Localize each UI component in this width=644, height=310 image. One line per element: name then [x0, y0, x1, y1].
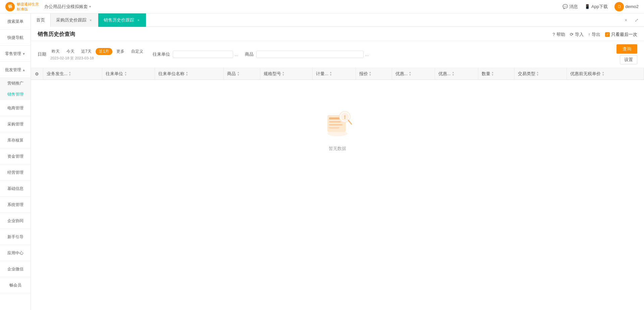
user-menu[interactable]: D demo2 — [614, 2, 639, 11]
app-download-icon: 📱 — [585, 4, 590, 9]
table-header-gear[interactable]: ⚙ — [31, 68, 43, 80]
avatar: D — [614, 2, 624, 11]
sidebar-item-operations-mgmt[interactable]: 经营管理 — [0, 164, 31, 180]
help-icon: ? — [552, 32, 555, 37]
help-link[interactable]: ? 帮助 — [552, 32, 565, 38]
sidebar-item-system-mgmt[interactable]: 系统管理 — [0, 197, 31, 213]
sidebar-item-operations-mgmt-label: 经营管理 — [7, 170, 23, 175]
sidebar-item-sales-mgmt[interactable]: 销售管理 — [0, 89, 31, 100]
sidebar-item-quick-nav-label: 快捷导航 — [7, 35, 23, 41]
sidebar-item-app-center-label: 应用中心 — [7, 250, 23, 256]
table-header-pretax-price[interactable]: 优惠前无税单价 ▲▼ — [567, 68, 644, 80]
sidebar-item-inventory[interactable]: 库存核算 — [0, 132, 31, 148]
logo-text: 畅捷通好生意 标准版 — [17, 2, 39, 11]
tab-sales-history[interactable]: 销售历史价跟踪 × — [98, 13, 146, 27]
sidebar-item-purchase-mgmt-label: 采购管理 — [7, 121, 23, 127]
sidebar-item-marketing[interactable]: 营销推广 — [0, 78, 31, 89]
message-btn[interactable]: 💬 消息 — [562, 4, 578, 10]
table-header-discount1[interactable]: 优惠... ▲▼ — [392, 68, 435, 80]
svg-point-9 — [344, 115, 345, 117]
date-tab-last1month[interactable]: 近1月 — [96, 48, 113, 55]
sort-arrows-spec: ▲▼ — [282, 71, 285, 76]
tab-sales-history-close[interactable]: × — [136, 18, 140, 22]
goods-filter-label: 商品 — [245, 51, 254, 57]
tab-bar: 首页 采购历史价跟踪 × 销售历史价跟踪 × × ⤢ — [31, 13, 644, 27]
sidebar-item-basic-info[interactable]: 基础信息 — [0, 180, 31, 197]
sidebar-item-new-user-guide[interactable]: 新手引导 — [0, 229, 31, 245]
sidebar-item-member-club[interactable]: 畅会员 — [0, 277, 31, 293]
sidebar-item-finance-mgmt[interactable]: 资金管理 — [0, 148, 31, 164]
sort-arrows-biz-date: ▲▼ — [68, 71, 71, 76]
sort-arrows-partner-code: ▲▼ — [124, 71, 127, 76]
table-header-quote[interactable]: 报价 ▲▼ — [356, 68, 392, 80]
sidebar-item-enterprise-collab[interactable]: 企业协同 — [0, 213, 31, 229]
sidebar-item-new-user-guide-label: 新手引导 — [7, 234, 23, 240]
sidebar-item-search-menu[interactable]: 搜索菜单 — [0, 13, 31, 30]
table-header-goods[interactable]: 商品 ▲▼ — [224, 68, 260, 80]
date-tab-last7days[interactable]: 近7天 — [78, 48, 94, 55]
date-tab-today[interactable]: 今天 — [64, 48, 77, 55]
table-header-qty[interactable]: 数量 ▲▼ — [478, 68, 514, 80]
export-link[interactable]: ↑ 导出 — [588, 32, 601, 38]
logo-icon: 畅 — [5, 2, 15, 11]
settings-button[interactable]: 设置 — [620, 55, 637, 64]
table-header-unit[interactable]: 计量... ▲▼ — [313, 68, 356, 80]
filter-bar: 日期 昨天 今天 近7天 近1月 更多 自定义 2023-02-18 至 202… — [31, 41, 644, 68]
query-btn-group: 查询 设置 — [616, 44, 637, 64]
sidebar-item-ecom-mgmt[interactable]: 电商管理 — [0, 100, 31, 116]
empty-text: 暂无数据 — [329, 146, 346, 152]
company-selector[interactable]: 办公用品行业模拟账套 ▾ — [42, 2, 94, 11]
message-icon: 💬 — [562, 4, 568, 9]
sidebar-item-retail-mgmt[interactable]: 零售管理 ▼ — [0, 46, 31, 62]
export-label: 导出 — [592, 32, 600, 38]
date-tabs: 昨天 今天 近7天 近1月 更多 自定义 — [49, 48, 146, 55]
sort-arrows-pretax-price: ▲▼ — [602, 71, 604, 76]
app-download-btn[interactable]: 📱 App下载 — [585, 4, 608, 10]
tab-home-label: 首页 — [36, 17, 45, 23]
partner-filter-label: 往来单位 — [153, 51, 170, 57]
content-area: 首页 采购历史价跟踪 × 销售历史价跟踪 × × ⤢ 销售历史价查询 — [31, 13, 644, 310]
tab-close-all-btn[interactable]: × — [621, 15, 631, 25]
partner-dots-btn[interactable]: ... — [234, 52, 238, 57]
sidebar-item-quick-nav[interactable]: 快捷导航 — [0, 30, 31, 46]
company-name: 办公用品行业模拟账套 — [44, 4, 88, 10]
import-link[interactable]: ⟳ 导入 — [570, 32, 584, 38]
svg-rect-4 — [329, 124, 342, 125]
view-last-only-label: 只看最后一次 — [611, 32, 637, 38]
view-last-only-checkbox[interactable]: ✓ 只看最后一次 — [605, 32, 637, 38]
empty-illustration — [321, 107, 354, 140]
date-tab-yesterday[interactable]: 昨天 — [49, 48, 62, 55]
date-tab-more[interactable]: 更多 — [114, 48, 127, 55]
username: demo2 — [625, 4, 639, 9]
sidebar-item-app-center[interactable]: 应用中心 — [0, 245, 31, 261]
tab-purchase-history-close[interactable]: × — [89, 18, 93, 22]
table-header-trade-type[interactable]: 交易类型 ▲▼ — [514, 68, 567, 80]
sidebar-item-enterprise-wechat[interactable]: 企业微信 — [0, 261, 31, 277]
top-header: 畅 畅捷通好生意 标准版 办公用品行业模拟账套 ▾ 💬 消息 📱 App下载 D… — [0, 0, 644, 13]
goods-dots-btn[interactable]: ... — [365, 52, 369, 57]
partner-input[interactable] — [173, 51, 233, 58]
sidebar-item-wholesale-mgmt[interactable]: 批发管理 ▲ — [0, 62, 31, 78]
sort-arrows-discount2: ▲▼ — [452, 71, 454, 76]
tab-home[interactable]: 首页 — [31, 13, 51, 27]
tab-purchase-history[interactable]: 采购历史价跟踪 × — [51, 13, 98, 27]
query-button[interactable]: 查询 — [616, 44, 637, 54]
table-header-partner-code[interactable]: 往来单位 ▲▼ — [102, 68, 155, 80]
goods-input-wrap: ... — [256, 51, 369, 58]
main-layout: 搜索菜单 快捷导航 零售管理 ▼ 批发管理 ▲ 营销推广 — [0, 13, 644, 310]
table-header-spec[interactable]: 规格型号 ▲▼ — [260, 68, 313, 80]
table-header-discount2[interactable]: 优惠... ▲▼ — [435, 68, 478, 80]
goods-input[interactable] — [256, 51, 364, 58]
sort-arrows-qty: ▲▼ — [491, 71, 494, 76]
date-filter-content: 昨天 今天 近7天 近1月 更多 自定义 2023-02-18 至 2023-0… — [49, 48, 146, 61]
header-right: 💬 消息 📱 App下载 D demo2 — [562, 2, 639, 11]
table-header-biz-date[interactable]: 业务发生... ▲▼ — [43, 68, 102, 80]
tab-expand-btn[interactable]: ⤢ — [632, 15, 641, 25]
sort-arrows-quote: ▲▼ — [369, 71, 372, 76]
app-download-label: App下载 — [591, 4, 608, 10]
sidebar-item-purchase-mgmt[interactable]: 采购管理 — [0, 116, 31, 132]
date-tab-custom[interactable]: 自定义 — [128, 48, 146, 55]
table-header-partner-name[interactable]: 往来单位名称 ▲▼ — [155, 68, 224, 80]
retail-mgmt-arrow: ▼ — [22, 52, 25, 56]
sidebar-item-marketing-label: 营销推广 — [7, 81, 23, 86]
